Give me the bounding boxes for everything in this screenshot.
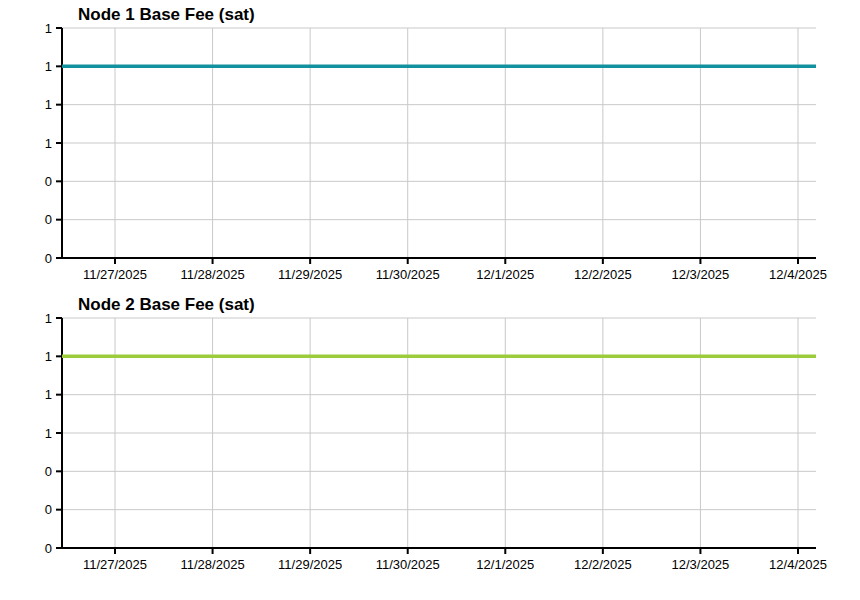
x-tick-label: 11/27/2025 [83,557,147,572]
y-tick-label: 1 [45,426,52,441]
x-tick-label: 12/3/2025 [672,267,730,282]
y-tick-label: 0 [45,251,52,266]
x-tick-label: 12/4/2025 [769,267,827,282]
x-tick-label: 11/29/2025 [278,267,342,282]
y-tick-label: 0 [45,464,52,479]
x-tick-label: 12/2/2025 [574,267,632,282]
x-tick-label: 12/2/2025 [574,557,632,572]
x-tick-label: 11/27/2025 [83,267,147,282]
x-tick-label: 12/1/2025 [476,557,534,572]
y-tick-label: 0 [45,541,52,556]
y-tick-label: 1 [45,97,52,112]
x-tick-label: 11/28/2025 [181,557,245,572]
x-tick-label: 11/30/2025 [376,557,440,572]
y-tick-label: 1 [45,311,52,326]
y-tick-label: 1 [45,21,52,36]
charts-page: Node 1 Base Fee (sat) 000111111/27/20251… [0,0,860,600]
chart-title-node2: Node 2 Base Fee (sat) [78,295,255,314]
y-tick-label: 1 [45,387,52,402]
x-tick-label: 11/28/2025 [181,267,245,282]
x-tick-label: 12/3/2025 [672,557,730,572]
x-tick-label: 11/29/2025 [278,557,342,572]
x-tick-label: 12/1/2025 [476,267,534,282]
y-tick-label: 0 [45,174,52,189]
y-tick-label: 0 [45,212,52,227]
chart-plot-node1: Node 1 Base Fee (sat) 000111111/27/20251… [0,0,860,290]
chart-title-node1: Node 1 Base Fee (sat) [78,5,255,24]
chart-block-node1: Node 1 Base Fee (sat) 000111111/27/20251… [0,0,860,290]
y-tick-label: 0 [45,502,52,517]
chart-block-node2: Node 2 Base Fee (sat) 000111111/27/20251… [0,290,860,580]
y-tick-label: 1 [45,349,52,364]
x-tick-label: 12/4/2025 [769,557,827,572]
chart-plot-node2: Node 2 Base Fee (sat) 000111111/27/20251… [0,290,860,580]
x-tick-label: 11/30/2025 [376,267,440,282]
y-tick-label: 1 [45,136,52,151]
y-tick-label: 1 [45,59,52,74]
